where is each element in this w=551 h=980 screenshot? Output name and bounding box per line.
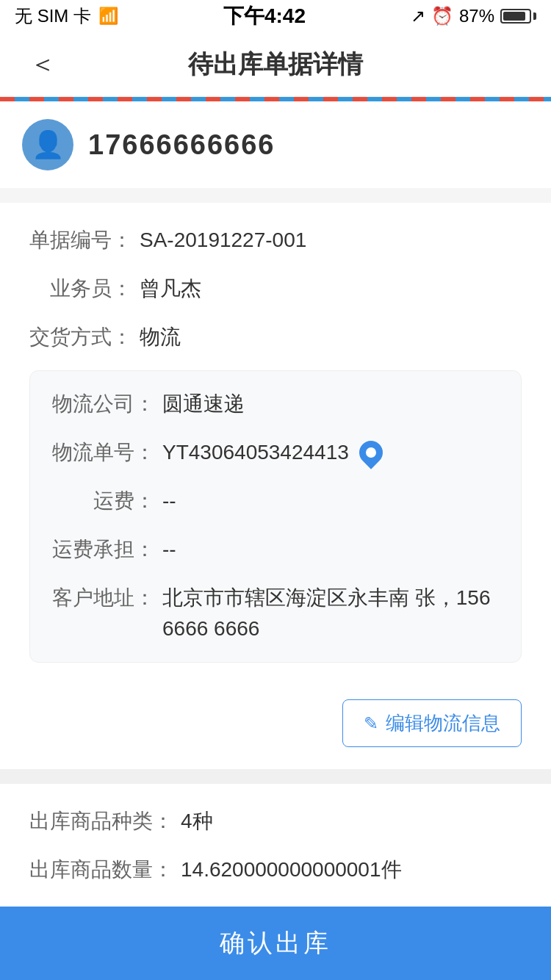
goods-types-label: 出库商品种类： <box>29 806 173 837</box>
logistics-tracking-label: 物流单号： <box>52 437 155 468</box>
delivery-row: 交货方式： 物流 <box>29 322 522 353</box>
logistics-company-value: 圆通速递 <box>162 389 499 419</box>
goods-quantity-value: 14.620000000000001件 <box>181 854 522 885</box>
address-value: 北京市市辖区海淀区永丰南 张，156 6666 6666 <box>162 583 499 644</box>
status-right: ↗ ⏰ 87% <box>411 6 536 26</box>
delivery-label: 交货方式： <box>29 322 132 353</box>
goods-quantity-label: 出库商品数量： <box>29 854 173 885</box>
logistics-company-label: 物流公司： <box>52 389 155 419</box>
freight-value: -- <box>162 486 499 516</box>
edit-logistics-label: 编辑物流信息 <box>386 710 500 736</box>
salesperson-label: 业务员： <box>29 273 132 304</box>
back-button[interactable]: ＜ <box>22 39 63 90</box>
battery-percentage: 87% <box>459 6 494 26</box>
address-label: 客户地址： <box>52 583 155 613</box>
freight-bearer-row: 运费承担： -- <box>52 534 499 565</box>
doc-number-value: SA-20191227-001 <box>140 225 522 256</box>
battery-bar <box>500 9 536 24</box>
logistics-company-row: 物流公司： 圆通速递 <box>52 389 499 419</box>
section-divider <box>0 769 551 784</box>
location-status-icon: ↗ <box>411 6 425 26</box>
alarm-icon: ⏰ <box>431 6 453 26</box>
tracking-number-text: YT43064053424413 <box>162 437 349 468</box>
logistics-tracking-row: 物流单号： YT43064053424413 <box>52 437 499 468</box>
freight-label: 运费： <box>52 486 155 516</box>
nav-bar: ＜ 待出库单据详情 <box>0 32 551 97</box>
goods-quantity-row: 出库商品数量： 14.620000000000001件 <box>29 854 522 885</box>
logistics-card: 物流公司： 圆通速递 物流单号： YT43064053424413 运费： --… <box>29 370 522 663</box>
avatar: 👤 <box>22 119 73 170</box>
wifi-icon: 📶 <box>98 7 118 26</box>
logistics-tracking-value: YT43064053424413 <box>162 437 499 468</box>
user-phone: 17666666666 <box>88 129 275 161</box>
location-pin-icon[interactable] <box>354 436 387 469</box>
edit-logistics-btn-row: ✎ 编辑物流信息 <box>29 685 522 747</box>
doc-number-row: 单据编号： SA-20191227-001 <box>29 225 522 256</box>
confirm-button[interactable]: 确认出库 <box>0 907 551 980</box>
user-header: 👤 17666666666 <box>0 101 551 188</box>
user-icon: 👤 <box>32 129 65 160</box>
goods-types-value: 4种 <box>181 806 522 837</box>
page-title: 待出库单据详情 <box>188 48 363 82</box>
address-row: 客户地址： 北京市市辖区海淀区永丰南 张，156 6666 6666 <box>52 583 499 644</box>
status-time: 下午4:42 <box>223 2 306 30</box>
freight-bearer-value: -- <box>162 534 499 565</box>
confirm-label: 确认出库 <box>220 926 331 960</box>
edit-icon: ✎ <box>364 713 378 734</box>
salesperson-value: 曾凡杰 <box>140 273 522 304</box>
delivery-value: 物流 <box>140 322 522 353</box>
document-info-section: 单据编号： SA-20191227-001 业务员： 曾凡杰 交货方式： 物流 … <box>0 203 551 769</box>
goods-types-row: 出库商品种类： 4种 <box>29 806 522 837</box>
carrier-label: 无 SIM 卡 <box>15 4 91 28</box>
freight-bearer-label: 运费承担： <box>52 534 155 565</box>
freight-row: 运费： -- <box>52 486 499 516</box>
salesperson-row: 业务员： 曾凡杰 <box>29 273 522 304</box>
edit-logistics-button[interactable]: ✎ 编辑物流信息 <box>342 699 522 747</box>
status-bar: 无 SIM 卡 📶 下午4:42 ↗ ⏰ 87% <box>0 0 551 32</box>
doc-number-label: 单据编号： <box>29 225 132 256</box>
status-left: 无 SIM 卡 📶 <box>15 4 118 28</box>
